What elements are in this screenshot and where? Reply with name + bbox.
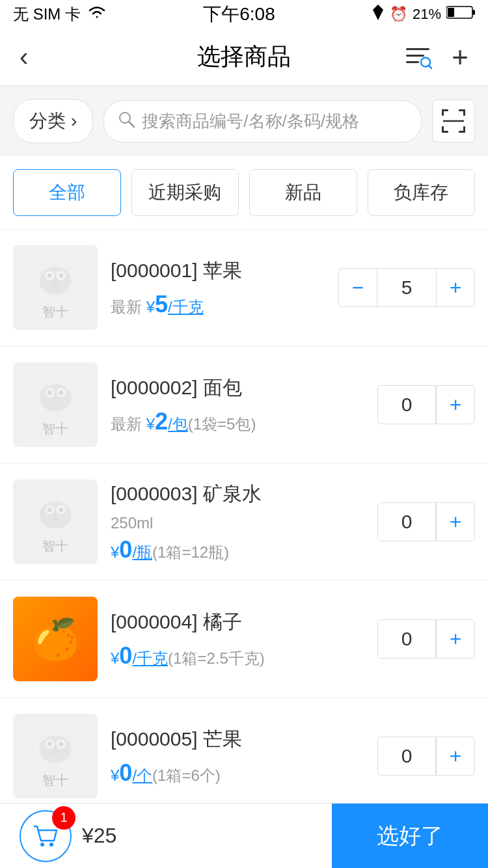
tabs-row: 全部 近期采购 新品 负库存 [0, 156, 488, 230]
svg-point-40 [47, 742, 52, 746]
svg-point-55 [49, 843, 53, 847]
page-title: 选择商品 [197, 41, 291, 73]
svg-rect-2 [448, 8, 454, 17]
alarm-icon: ⏰ [390, 6, 407, 23]
quantity-control: − + [338, 268, 475, 307]
product-price: ¥0/个(1箱=6个) [111, 759, 364, 787]
svg-point-23 [59, 273, 63, 278]
list-item: 智十 [0000001] 苹果 最新 ¥5/千克 − + [0, 230, 488, 346]
list-item: 智十 [0000005] 芒果 ¥0/个(1箱=6个) + [0, 698, 488, 814]
bottom-bar: 1 ¥25 选好了 [0, 803, 488, 868]
quantity-input[interactable] [377, 268, 436, 307]
quantity-control: + [377, 619, 475, 658]
tab-new[interactable]: 新品 [249, 169, 357, 216]
quantity-increase-button[interactable]: + [436, 502, 475, 541]
product-info: [0000002] 面包 最新 ¥2/包(1袋=5包) [111, 375, 364, 435]
quantity-input[interactable] [377, 502, 436, 541]
svg-line-9 [129, 122, 134, 127]
svg-rect-1 [472, 10, 475, 15]
quantity-decrease-button[interactable]: − [338, 268, 377, 307]
svg-rect-13 [463, 109, 465, 116]
tab-recent-label: 近期采购 [148, 182, 221, 202]
wifi-icon [87, 5, 107, 23]
tab-recent[interactable]: 近期采购 [131, 169, 239, 216]
product-info: [0000003] 矿泉水 250ml ¥0/瓶(1箱=12瓶) [111, 481, 364, 563]
search-placeholder: 搜索商品编号/名称/条码/规格 [142, 110, 359, 133]
nav-right: + [403, 41, 468, 74]
cart-total: ¥25 [82, 824, 116, 848]
quantity-increase-button[interactable]: + [436, 385, 475, 424]
tab-all-label: 全部 [49, 182, 85, 202]
svg-rect-4 [406, 55, 424, 57]
product-spec: 250ml [111, 514, 364, 532]
quantity-input[interactable] [377, 385, 436, 424]
svg-point-41 [59, 742, 63, 746]
search-bar[interactable]: 搜索商品编号/名称/条码/规格 [103, 100, 422, 142]
status-right: ⏰ 21% [372, 5, 475, 24]
category-button[interactable]: 分类 › [13, 99, 93, 143]
nav-left: ‹ [20, 42, 28, 72]
status-bar: 无 SIM 卡 下午6:08 ⏰ 21% [0, 0, 488, 29]
quantity-input[interactable] [377, 737, 436, 776]
search-icon [117, 110, 135, 133]
svg-point-35 [59, 508, 63, 512]
svg-point-22 [47, 273, 52, 278]
add-button[interactable]: + [452, 41, 468, 74]
product-price: ¥0/千克(1箱=2.5千克) [111, 642, 364, 670]
product-image: 智十 [13, 245, 98, 330]
product-info: [0000001] 苹果 最新 ¥5/千克 [111, 258, 325, 318]
quantity-increase-button[interactable]: + [436, 268, 475, 307]
location-icon [372, 5, 385, 24]
sim-status: 无 SIM 卡 [13, 4, 81, 25]
battery-percent: 21% [413, 6, 441, 23]
product-name: [0000003] 矿泉水 [111, 481, 364, 508]
quantity-input[interactable] [377, 619, 436, 658]
product-price: 最新 ¥2/包(1袋=5包) [111, 408, 364, 435]
confirm-label: 选好了 [377, 821, 443, 851]
filter-button[interactable] [403, 42, 432, 72]
list-item: 🍊 [0000004] 橘子 ¥0/千克(1箱=2.5千克) + [0, 581, 488, 697]
plus-icon: + [452, 41, 468, 73]
tab-all[interactable]: 全部 [13, 169, 121, 216]
svg-rect-15 [442, 126, 444, 133]
product-price: 最新 ¥5/千克 [111, 291, 325, 318]
list-item: 智十 [0000002] 面包 最新 ¥2/包(1袋=5包) + [0, 347, 488, 463]
product-name: [0000001] 苹果 [111, 258, 325, 284]
svg-point-54 [40, 843, 44, 847]
product-list: 智十 [0000001] 苹果 最新 ¥5/千克 − + [0, 230, 488, 868]
quantity-control: + [377, 502, 475, 541]
product-image: 🍊 [13, 597, 98, 681]
product-price: ¥0/瓶(1箱=12瓶) [111, 536, 364, 563]
quantity-control: + [377, 737, 475, 776]
tab-negative[interactable]: 负库存 [368, 169, 476, 216]
product-name: [0000004] 橘子 [111, 609, 364, 636]
scan-button[interactable] [432, 100, 475, 142]
confirm-button[interactable]: 选好了 [332, 804, 488, 869]
scan-icon [441, 108, 467, 134]
time-display: 下午6:08 [203, 2, 275, 27]
product-name: [0000002] 面包 [111, 375, 364, 401]
chevron-right-icon: › [71, 111, 77, 131]
svg-rect-3 [406, 48, 429, 50]
battery-icon [446, 5, 475, 23]
quantity-control: + [377, 385, 475, 424]
back-button[interactable]: ‹ [20, 42, 28, 72]
svg-point-28 [47, 390, 52, 395]
svg-point-34 [47, 508, 52, 512]
svg-rect-5 [406, 61, 419, 63]
quantity-increase-button[interactable]: + [436, 619, 475, 658]
cart-section: 1 ¥25 [0, 810, 332, 862]
product-info: [0000004] 橘子 ¥0/千克(1箱=2.5千克) [111, 609, 364, 670]
svg-rect-11 [442, 109, 444, 116]
cart-icon-wrap[interactable]: 1 [20, 810, 72, 862]
svg-rect-17 [463, 126, 465, 133]
product-image: 智十 [13, 480, 98, 564]
cart-badge: 1 [52, 806, 75, 830]
svg-line-7 [429, 66, 431, 68]
tab-new-label: 新品 [285, 182, 321, 202]
product-image: 智十 [13, 714, 98, 798]
back-icon: ‹ [20, 42, 28, 71]
filter-row: 分类 › 搜索商品编号/名称/条码/规格 [0, 86, 488, 156]
product-info: [0000005] 芒果 ¥0/个(1箱=6个) [111, 726, 364, 787]
quantity-increase-button[interactable]: + [436, 737, 475, 776]
